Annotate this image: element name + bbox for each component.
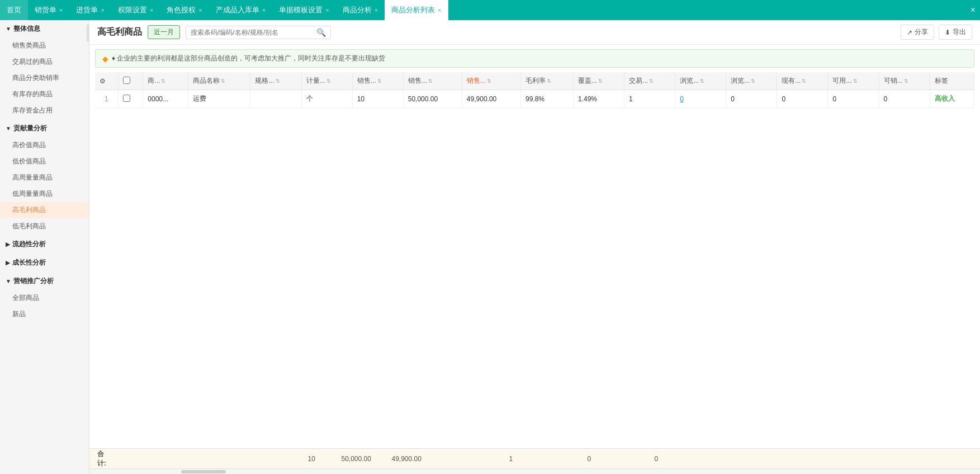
sidebar-group-flow-title[interactable]: ▶ 流趋性分析 <box>0 236 89 253</box>
filter-recent-month-button[interactable]: 近一月 <box>148 25 180 39</box>
row-name: 运费 <box>188 90 250 108</box>
tab-product-analysis-close[interactable]: × <box>375 7 378 13</box>
row-checkbox[interactable] <box>118 90 143 108</box>
col-name[interactable]: 商品名称⇅ <box>188 72 250 90</box>
search-icon[interactable]: 🔍 <box>316 28 326 37</box>
sidebar-item-high-value[interactable]: 高价值商品 <box>0 137 89 153</box>
col-views1[interactable]: 浏览...⇅ <box>675 72 726 90</box>
footer-sales-amount: 50,000.00 <box>341 455 391 463</box>
col-sales-amount[interactable]: 销售...⇅ <box>403 72 462 90</box>
col-available-stock[interactable]: 可用...⇅ <box>828 72 879 90</box>
row-views1[interactable]: 0 <box>675 90 726 108</box>
row-num: 1 <box>95 90 118 108</box>
tab-purchase-order[interactable]: 进货单 × <box>69 0 111 20</box>
sidebar-item-in-stock-goods[interactable]: 有库存的商品 <box>0 86 89 102</box>
tab-home[interactable]: 首页 <box>0 0 28 20</box>
sidebar-item-low-margin[interactable]: 低毛利商品 <box>0 218 89 234</box>
col-gross-margin[interactable]: 毛利率⇅ <box>520 72 573 90</box>
col-checkbox[interactable] <box>118 72 143 90</box>
close-all-button[interactable]: × <box>970 5 976 15</box>
sidebar-item-high-turnover[interactable]: 高周量量商品 <box>0 170 89 186</box>
tab-product-analysis[interactable]: 商品分析 × <box>336 0 385 20</box>
table-header-row: ⚙ 商...⇅ 商品名称⇅ 规格...⇅ 计量...⇅ 销售...⇅ 销售...… <box>95 72 974 90</box>
col-settings[interactable]: ⚙ <box>95 72 118 90</box>
col-tag[interactable]: 标签 <box>930 72 974 90</box>
col-coverage[interactable]: 覆盖...⇅ <box>574 72 624 90</box>
info-icon: ◆ <box>102 54 108 63</box>
col-sales-cost[interactable]: 销售...⇅ <box>462 72 520 90</box>
horizontal-scrollbar[interactable] <box>89 468 980 474</box>
arrow-icon-4: ▶ <box>6 260 10 266</box>
tab-permissions[interactable]: 权限设置 × <box>111 0 160 20</box>
sidebar-group-marketing-label: 营销推广分析 <box>13 276 54 286</box>
sidebar-group-growth: ▶ 成长性分析 <box>0 254 89 271</box>
tab-sales-order-close[interactable]: × <box>59 7 63 13</box>
content-header: 高毛利商品 近一月 🔍 ↗ 分享 ⬇ 导出 <box>89 20 980 45</box>
tab-product-analysis-list-close[interactable]: × <box>438 7 441 13</box>
tab-permissions-close[interactable]: × <box>150 7 153 13</box>
tab-purchase-order-close[interactable]: × <box>101 7 104 13</box>
sidebar-item-traded-goods[interactable]: 交易过的商品 <box>0 54 89 70</box>
sidebar-toggle[interactable]: « <box>87 25 89 41</box>
col-code[interactable]: 商...⇅ <box>143 72 188 90</box>
tab-roles-close[interactable]: × <box>198 7 202 13</box>
sidebar-group-contribution-title[interactable]: ▼ 贡献量分析 <box>0 120 89 137</box>
sidebar-item-category-sales-rate[interactable]: 商品分类助销率 <box>0 70 89 86</box>
export-icon: ⬇ <box>945 29 950 36</box>
col-sellable-stock[interactable]: 可销...⇅ <box>879 72 930 90</box>
col-unit[interactable]: 计量...⇅ <box>301 72 352 90</box>
sidebar-group-marketing-title[interactable]: ▼ 营销推广分析 <box>0 273 89 290</box>
tab-template-settings[interactable]: 单据模板设置 × <box>272 0 335 20</box>
row-sales-cost: 49,900.00 <box>462 90 520 108</box>
sidebar-group-growth-label: 成长性分析 <box>12 258 46 267</box>
tab-sales-order[interactable]: 销货单 × <box>28 0 69 20</box>
share-button[interactable]: ↗ 分享 <box>901 25 934 40</box>
tab-product-analysis-label: 商品分析 <box>343 5 372 15</box>
tab-product-inbound-label: 产成品入库单 <box>216 5 259 15</box>
search-input[interactable] <box>191 29 316 36</box>
tab-product-inbound[interactable]: 产成品入库单 × <box>209 0 272 20</box>
sidebar-group-flow: ▶ 流趋性分析 <box>0 236 89 253</box>
sidebar-item-all-goods[interactable]: 全部商品 <box>0 290 89 306</box>
row-views2: 0 <box>726 90 777 108</box>
tab-template-settings-close[interactable]: × <box>325 7 329 13</box>
tab-home-label: 首页 <box>7 5 21 15</box>
sidebar-item-high-margin[interactable]: 高毛利商品 <box>0 202 89 218</box>
arrow-icon: ▼ <box>6 26 11 32</box>
col-current-stock[interactable]: 现有...⇅ <box>777 72 828 90</box>
col-transaction[interactable]: 交易...⇅ <box>624 72 675 90</box>
table-wrapper[interactable]: ⚙ 商...⇅ 商品名称⇅ 规格...⇅ 计量...⇅ 销售...⇅ 销售...… <box>95 72 974 448</box>
col-sales-qty[interactable]: 销售...⇅ <box>352 72 403 90</box>
sidebar-group-contribution: ▼ 贡献量分析 高价值商品 低价值商品 高周量量商品 低周量量商品 高毛利商品 … <box>0 120 89 234</box>
row-select-checkbox[interactable] <box>123 95 130 102</box>
arrow-icon-2: ▼ <box>6 125 11 132</box>
arrow-icon-3: ▶ <box>6 241 10 247</box>
sidebar-item-new-goods[interactable]: 新品 <box>0 306 89 322</box>
sidebar-item-low-value[interactable]: 低价值商品 <box>0 153 89 170</box>
row-coverage: 1.49% <box>574 90 624 108</box>
export-button[interactable]: ⬇ 导出 <box>939 25 972 40</box>
info-banner: ◆ ♦ 企业的主要的利润都是这部分商品创造的，可考虑加大推广，同时关注库存是不要… <box>95 49 974 68</box>
sidebar-item-stock-capital[interactable]: 库存资金占用 <box>0 102 89 119</box>
select-all-checkbox[interactable] <box>123 77 130 84</box>
content-area: 高毛利商品 近一月 🔍 ↗ 分享 ⬇ 导出 ◆ ♦ 企业的主要的利润都是这部分商… <box>89 20 980 474</box>
tab-roles[interactable]: 角色授权 × <box>160 0 209 20</box>
col-views2[interactable]: 浏览...⇅ <box>726 72 777 90</box>
row-transaction: 1 <box>624 90 675 108</box>
sidebar-item-low-turnover[interactable]: 低周量量商品 <box>0 186 89 202</box>
sidebar-group-growth-title[interactable]: ▶ 成长性分析 <box>0 254 89 271</box>
footer-sales-cost: 49,900.00 <box>391 455 442 463</box>
row-available-stock: 0 <box>828 90 879 108</box>
tab-product-inbound-close[interactable]: × <box>262 7 266 13</box>
col-spec[interactable]: 规格...⇅ <box>250 72 301 90</box>
scroll-thumb[interactable] <box>181 470 226 473</box>
page-title: 高毛利商品 <box>97 26 142 38</box>
tab-product-analysis-list[interactable]: 商品分析列表 × <box>385 0 448 20</box>
table-row: 1 0000... 运费 个 10 50,000.00 49,900.00 99… <box>95 90 974 108</box>
sidebar-group-overall-title[interactable]: ▼ 整体信息 <box>0 20 89 37</box>
tab-sales-order-label: 销货单 <box>35 5 56 15</box>
data-table: ⚙ 商...⇅ 商品名称⇅ 规格...⇅ 计量...⇅ 销售...⇅ 销售...… <box>95 72 974 108</box>
footer-transaction: 1 <box>509 455 553 463</box>
header-actions: ↗ 分享 ⬇ 导出 <box>901 25 972 40</box>
sidebar-item-sales-goods[interactable]: 销售类商品 <box>0 37 89 54</box>
